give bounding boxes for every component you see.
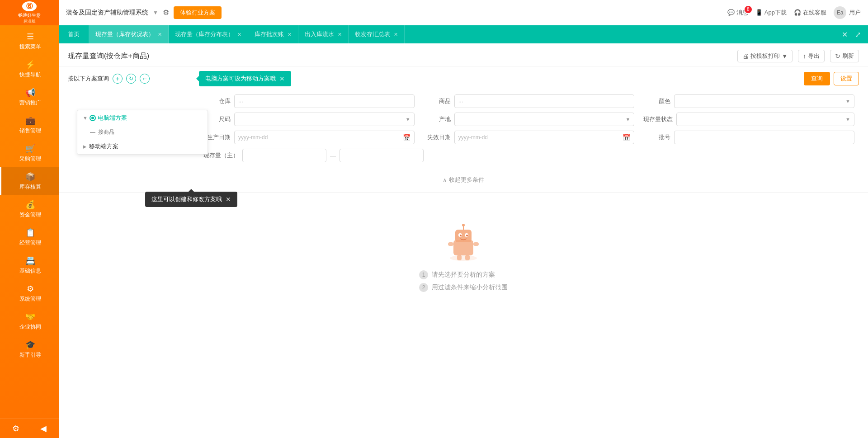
svg-rect-12: [465, 255, 470, 260]
tab-inout-flow[interactable]: 出入库流水 ✕: [298, 25, 349, 43]
color-select[interactable]: ▼: [674, 94, 854, 108]
filter-prod-date: 生产日期 yyyy-mm-dd 📅: [203, 131, 415, 144]
close-all-icon[interactable]: ✕: [838, 30, 851, 39]
topbar-left: 装备及固定资产辅助管理系统 ▼ ⚙ 体验行业方案: [66, 6, 222, 19]
reset-btn[interactable]: 设置: [834, 72, 859, 85]
sidebar-item-label: 快捷导航: [19, 71, 41, 79]
sidebar: ⑥ 畅通好生意 标准版 ☰ 搜索菜单 ⚡ 快捷导航 📢 营销推广 💼 销售管理 …: [0, 0, 59, 438]
svg-rect-1: [453, 240, 473, 255]
tooltip-mobile-scheme: 电脑方案可设为移动方案哦 ✕: [199, 71, 291, 86]
stock-qty-min-input[interactable]: [242, 149, 326, 162]
stock-status-label: 现存量状态: [643, 115, 673, 123]
filter-refresh-btn[interactable]: ↻: [126, 74, 136, 84]
filter-back-btn[interactable]: ←: [140, 74, 150, 84]
service-label: 在线客服: [803, 9, 826, 17]
sidebar-item-inventory[interactable]: 📦 库存核算: [0, 167, 59, 195]
tooltip2-close-icon[interactable]: ✕: [226, 196, 231, 203]
sidebar-item-operation[interactable]: 📋 经营管理: [0, 223, 59, 251]
logo-icon: ⑥: [22, 1, 37, 11]
batch-label: 批号: [643, 133, 670, 141]
tab-inventory-status-label: 现存量（库存状况表）: [95, 30, 154, 38]
exp-date-input[interactable]: yyyy-mm-dd 📅: [454, 131, 635, 144]
settings-btn[interactable]: ⚙: [12, 424, 19, 433]
notice-icon: 💬: [727, 9, 735, 16]
tab-inout-flow-close-icon[interactable]: ✕: [338, 32, 342, 38]
tab-inventory-status[interactable]: 现存量（库存状况表） ✕: [89, 25, 169, 43]
user-menu[interactable]: Ea 用户: [834, 6, 861, 19]
maximize-icon[interactable]: ⤢: [851, 30, 864, 39]
sidebar-item-system[interactable]: ⚙ 系统管理: [0, 279, 59, 307]
tip-label-1: 请先选择要分析的方案: [432, 271, 495, 279]
filter-color: 颜色 ▼: [643, 94, 854, 108]
prod-date-input[interactable]: yyyy-mm-dd 📅: [234, 131, 415, 144]
sidebar-item-enterprise[interactable]: 🤝 企业协同: [0, 307, 59, 335]
app-download-btn[interactable]: 📱 App下载: [755, 9, 787, 17]
tab-inventory-batch[interactable]: 库存批次账 ✕: [248, 25, 298, 43]
stock-qty-max-input[interactable]: [340, 149, 424, 162]
product-select[interactable]: ···: [454, 94, 635, 108]
filter-top-row: 按以下方案查询 + ↻ ← 电脑方案可设为移动方案哦 ✕ 查询 设置: [68, 72, 859, 85]
empty-state: 1 请先选择要分析的方案 2 用过滤条件来缩小分析范围: [59, 193, 868, 319]
filter-stock-status: 现存量状态 ▼: [643, 113, 854, 126]
sidebar-item-quick-nav[interactable]: ⚡ 快捷导航: [0, 55, 59, 83]
stock-status-select[interactable]: ▼: [676, 113, 854, 126]
sidebar-item-purchase[interactable]: 🛒 采购管理: [0, 139, 59, 167]
tab-home[interactable]: 首页: [59, 25, 89, 43]
exp-date-calendar-icon[interactable]: 📅: [623, 134, 630, 141]
tab-inventory-dist[interactable]: 现存量（库存分布表） ✕: [169, 25, 248, 43]
operation-icon: 📋: [25, 228, 35, 238]
topbar-settings-icon[interactable]: ⚙: [163, 8, 169, 17]
scheme-tree: ▼ 电脑端方案 — 接商品 ▶ 移动端方案 这里可以: [77, 110, 208, 155]
prod-date-calendar-icon[interactable]: 📅: [403, 134, 410, 141]
collapse-more-btn[interactable]: ∧ 收起更多条件: [68, 173, 859, 187]
tab-inventory-batch-close-icon[interactable]: ✕: [288, 32, 292, 38]
batch-input[interactable]: [674, 131, 854, 144]
tab-inventory-dist-close-icon[interactable]: ✕: [237, 32, 241, 38]
user-label: 用户: [849, 9, 861, 17]
tip-label-2: 用过滤条件来缩小分析范围: [432, 283, 508, 292]
tab-inout-summary[interactable]: 收发存汇总表 ✕: [349, 25, 405, 43]
refresh-btn[interactable]: ↻ 刷新: [830, 50, 859, 62]
system-name: 装备及固定资产辅助管理系统: [66, 9, 148, 17]
filter-warehouse: 仓库 ···: [203, 94, 415, 108]
online-service-btn[interactable]: 🎧 在线客服: [794, 9, 826, 17]
filter-row-4: 现存量（主） —: [203, 149, 854, 162]
tip-num-1: 1: [419, 270, 428, 279]
sub-item-dash: —: [90, 129, 95, 136]
filter-row-2: 尺码 ▼ 产地 ▼: [203, 113, 854, 126]
scheme-tree-mobile[interactable]: ▶ 移动端方案: [77, 139, 208, 154]
filter-add-btn[interactable]: +: [113, 74, 123, 84]
stock-qty-sep: —: [330, 152, 336, 159]
sidebar-item-guide[interactable]: 🎓 新手引导: [0, 335, 59, 363]
main-area: 装备及固定资产辅助管理系统 ▼ ⚙ 体验行业方案 💬 消息 8 📱 App下载 …: [59, 0, 868, 438]
origin-select[interactable]: ▼: [454, 113, 635, 126]
topbar: 装备及固定资产辅助管理系统 ▼ ⚙ 体验行业方案 💬 消息 8 📱 App下载 …: [59, 0, 868, 25]
filter-stock-qty: 现存量（主） —: [203, 149, 424, 162]
warehouse-select[interactable]: ···: [234, 94, 415, 108]
sidebar-item-finance[interactable]: 💰 资金管理: [0, 195, 59, 223]
filter-exp-date: 失效日期 yyyy-mm-dd 📅: [424, 131, 635, 144]
tab-inventory-status-close-icon[interactable]: ✕: [158, 32, 162, 38]
stock-status-arrow-icon: ▼: [845, 117, 850, 122]
sidebar-item-marketing[interactable]: 📢 营销推广: [0, 83, 59, 111]
origin-label: 产地: [424, 115, 451, 123]
print-template-btn[interactable]: 🖨 按模板打印 ▼: [737, 50, 793, 62]
scheme-sub-item-product[interactable]: — 接商品: [77, 126, 208, 139]
sidebar-item-sales[interactable]: 💼 销售管理: [0, 111, 59, 139]
tooltip-close-icon[interactable]: ✕: [279, 75, 285, 82]
sidebar-item-search-menu[interactable]: ☰ 搜索菜单: [0, 27, 59, 55]
notice-btn[interactable]: 💬 消息 8: [727, 9, 748, 17]
scheme-tree-pc[interactable]: ▼ 电脑端方案: [77, 110, 208, 126]
size-select[interactable]: ▼: [234, 113, 415, 126]
sidebar-item-basic[interactable]: 📇 基础信息: [0, 251, 59, 279]
tab-inout-summary-close-icon[interactable]: ✕: [394, 32, 398, 38]
exp-date-placeholder: yyyy-mm-dd: [458, 134, 488, 141]
export-btn[interactable]: ↑ 导出: [798, 50, 825, 62]
pc-expand-icon: ▼: [83, 115, 88, 121]
search-btn[interactable]: 查询: [804, 72, 830, 85]
tabbar-actions: ✕ ⤢: [838, 30, 868, 39]
collapse-btn[interactable]: ◀: [40, 424, 47, 433]
sidebar-logo: ⑥ 畅通好生意 标准版: [0, 0, 59, 25]
industry-btn[interactable]: 体验行业方案: [174, 6, 222, 19]
empty-tip-1: 1 请先选择要分析的方案: [419, 270, 508, 279]
